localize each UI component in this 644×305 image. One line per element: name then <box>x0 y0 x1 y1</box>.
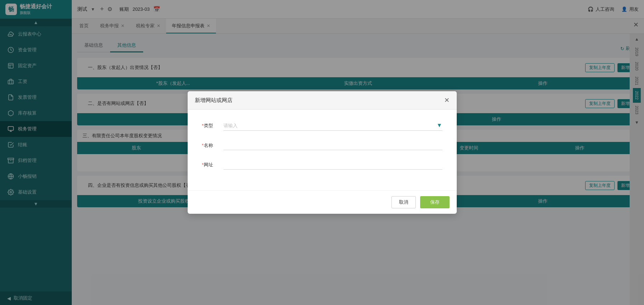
dialog-title: 新增网站或网店 <box>195 97 232 104</box>
form-field-type: *类型 ▼ <box>202 120 442 131</box>
form-field-name: *名称 <box>202 141 442 150</box>
dialog-close-button[interactable]: ✕ <box>444 96 450 104</box>
url-input-wrap <box>224 160 442 170</box>
type-label: *类型 <box>202 123 224 129</box>
save-button[interactable]: 保存 <box>420 196 450 208</box>
name-input-wrap <box>224 141 442 150</box>
type-dropdown-icon[interactable]: ▼ <box>437 122 442 129</box>
dialog-body: *类型 ▼ *名称 *网址 <box>188 110 457 190</box>
cancel-button[interactable]: 取消 <box>391 196 416 208</box>
dialog-overlay: 新增网站或网店 ✕ *类型 ▼ *名称 <box>0 0 644 305</box>
url-label: *网址 <box>202 162 224 168</box>
form-field-url: *网址 <box>202 160 442 170</box>
add-website-dialog: 新增网站或网店 ✕ *类型 ▼ *名称 <box>188 91 457 214</box>
name-input[interactable] <box>224 143 442 148</box>
type-input[interactable] <box>224 123 437 128</box>
dialog-header: 新增网站或网店 ✕ <box>188 91 457 110</box>
type-input-wrap: ▼ <box>224 120 442 131</box>
name-label: *名称 <box>202 142 224 149</box>
dialog-footer: 取消 保存 <box>188 190 457 214</box>
url-input[interactable] <box>224 162 442 167</box>
